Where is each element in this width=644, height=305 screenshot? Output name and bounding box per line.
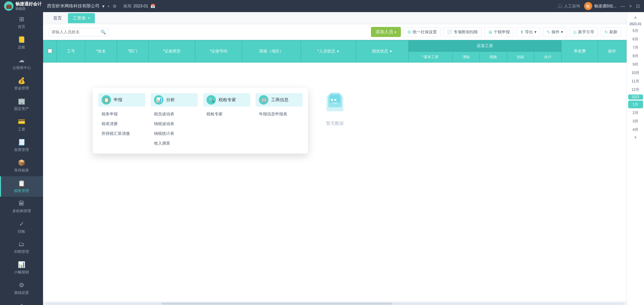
scroll-thumb[interactable]	[161, 303, 393, 305]
dropdown-item-tax-stats[interactable]: 纳税统计表	[151, 129, 198, 139]
sidebar-item-multi[interactable]: 🏛 多机构管理	[0, 197, 43, 217]
search-input[interactable]	[51, 30, 99, 34]
sidebar-item-inventory[interactable]: 📦 库存核算	[0, 156, 43, 176]
cal-nav-down[interactable]: ▼	[627, 134, 644, 141]
support-label: 人工咨询	[564, 3, 580, 9]
sidebar-item-guide[interactable]: ✦ 新手引导	[0, 299, 43, 305]
toolbar: 🔍 添加人员 ▾ ⚙ 统一社保设置 📄 专项附加扣除 🖥 个税申报 ⬆ 导出	[43, 24, 627, 40]
tab-salary-label: 工资表	[73, 15, 86, 21]
settings-icon[interactable]: ⚙	[113, 4, 117, 9]
cal-month-7[interactable]: 7月	[628, 44, 643, 51]
report-filter-icon[interactable]: ▼	[389, 49, 392, 53]
dropdown-section-biz: 🏢 工商信息 年报信息申报表	[256, 93, 303, 148]
cal-month-11[interactable]: 11月	[628, 77, 643, 85]
col-id-number: *证据号码	[195, 40, 242, 63]
analysis-section-icon: 📊	[154, 95, 163, 105]
horizontal-scrollbar[interactable]	[43, 302, 627, 305]
sidebar-item-report[interactable]: 📊 小畅报销	[0, 258, 43, 278]
window-close-icon[interactable]: ×	[629, 3, 632, 9]
biz-section-title: 工商信息	[271, 97, 289, 103]
period-value: 2023-01	[134, 4, 148, 8]
window-maximize-icon[interactable]: ⊡	[636, 3, 640, 9]
multi-icon: 🏛	[18, 200, 25, 207]
refresh-icon: ↻	[604, 30, 608, 35]
refresh-btn[interactable]: ↻ 刷新	[601, 27, 621, 37]
sidebar-item-ledger[interactable]: 📒 总账	[0, 33, 43, 53]
guide-icon: ✦	[19, 302, 24, 305]
sidebar-item-assets[interactable]: 🏢 固定资产	[0, 94, 43, 115]
sidebar-label-home: 首页	[18, 24, 25, 29]
search-box[interactable]: 🔍	[48, 28, 109, 36]
col-status: *人员状态 ▼	[301, 40, 356, 63]
dropdown-item-income-calc[interactable]: 收入测算	[151, 139, 198, 148]
dropdown-item-expert[interactable]: 税检专家	[203, 109, 250, 119]
tab-close-icon[interactable]: ×	[88, 16, 90, 21]
col-deduction: 扣款	[507, 52, 534, 63]
sidebar-item-funds[interactable]: 💰 资金管理	[0, 74, 43, 94]
cal-month-3[interactable]: 3月	[628, 117, 643, 125]
dropdown-item-tax-payment[interactable]: 纳税波动表	[151, 119, 198, 129]
status-filter-icon[interactable]: ▼	[336, 49, 340, 53]
cal-month-6[interactable]: 6月	[628, 35, 643, 43]
assets-icon: 🏢	[18, 98, 25, 105]
sidebar-item-home[interactable]: ⊞ 首页	[0, 12, 43, 33]
salary-icon: 💳	[18, 118, 25, 125]
cal-month-12[interactable]: 12月	[628, 86, 643, 93]
select-all-checkbox[interactable]	[48, 49, 52, 53]
sidebar-item-settings[interactable]: ⚙ 基础设置	[0, 278, 43, 299]
cal-month-4[interactable]: 4月	[628, 126, 643, 134]
table-container: 工号 *姓名 *部门 *证据类型 *证据号码 国籍（地区） *人员状态 ▼ 报送…	[43, 40, 627, 302]
cal-month-1[interactable]: 1月	[628, 101, 643, 108]
logo-sub: 旗舰版	[15, 7, 42, 11]
dropdown-arrow-icon: ▾	[394, 30, 396, 34]
window-minimize[interactable]: —	[620, 3, 625, 9]
sidebar-item-archive[interactable]: 🗂 归档管理	[0, 237, 43, 258]
special-deduct-btn[interactable]: 📄 专项附加扣除	[443, 27, 482, 37]
export-btn[interactable]: ⬆ 导出 ▾	[516, 27, 540, 37]
scroll-track[interactable]	[46, 303, 624, 305]
social-security-btn[interactable]: ⚙ 统一社保设置	[404, 27, 441, 37]
tax-declare-btn[interactable]: 🖥 个税申报	[484, 27, 514, 37]
social-security-icon: ⚙	[407, 30, 411, 35]
company-selector[interactable]: 西安虾米网络科技有限公司 ▾	[47, 3, 105, 9]
calendar-icon[interactable]: 📅	[150, 4, 155, 8]
dropdown-item-annual-report[interactable]: 年报信息申报表	[256, 109, 303, 119]
operation-label: 操作	[552, 29, 560, 35]
col-pension: 养老费	[562, 40, 598, 63]
sidebar-item-tax[interactable]: 📋 税务管理	[0, 176, 43, 197]
home-icon: ⊞	[19, 15, 24, 23]
sidebar-item-salary[interactable]: 💳 工资	[0, 115, 43, 135]
cal-month-5[interactable]: 5月	[628, 27, 643, 35]
cal-month-10[interactable]: 10月	[628, 69, 643, 77]
cal-month-2[interactable]: 2月	[628, 109, 643, 117]
tab-home[interactable]: 首页	[48, 13, 67, 23]
dropdown-item-tax-burden[interactable]: 税负波动表	[151, 109, 198, 119]
user-area[interactable]: 畅 畅捷通B组...	[584, 2, 616, 10]
col-base-salary: *基本工资	[408, 52, 452, 63]
tab-salary[interactable]: 工资表 ×	[68, 13, 95, 23]
sidebar-item-invoice[interactable]: 🧾 发票管理	[0, 135, 43, 156]
cal-month-9[interactable]: 9月	[628, 61, 643, 68]
top-header: 💼 畅捷通好会计 旗舰版 西安虾米网络科技有限公司 ▾ + ⚙ 账期 2023-…	[0, 0, 644, 12]
sidebar-item-cloud[interactable]: ☁ 云报表中心	[0, 53, 43, 74]
right-calendar-panel: ▲ 2023.01 5月 6月 7月 8月 9月 10月 11月 12月 202…	[627, 12, 644, 305]
dropdown-item-income-tax-calc[interactable]: 所得税汇算清缴	[98, 129, 145, 139]
col-checkbox[interactable]	[43, 40, 57, 63]
dropdown-item-tax-declare[interactable]: 税务申报	[98, 109, 145, 119]
cal-nav-up[interactable]: ▲	[627, 13, 644, 21]
operation-icon: ✎	[546, 30, 550, 35]
add-company-btn[interactable]: +	[107, 4, 110, 9]
cal-month-8[interactable]: 8月	[628, 52, 643, 60]
support-link[interactable]: 🎧 人工咨询	[558, 3, 580, 9]
add-person-button[interactable]: 添加人员 ▾	[371, 27, 401, 37]
dropdown-section-header-biz: 🏢 工商信息	[256, 93, 303, 107]
col-id-type: *证据类型	[148, 40, 195, 63]
export-icon: ⬆	[520, 30, 524, 35]
dropdown-item-tax-form[interactable]: 税表清册	[98, 119, 145, 129]
guide-btn[interactable]: ◎ 新手引导	[569, 27, 598, 37]
tax-icon: 📋	[18, 180, 25, 187]
operation-btn[interactable]: ✎ 操作 ▾	[543, 27, 567, 37]
guide-toolbar-icon: ◎	[573, 30, 577, 35]
sidebar-item-close[interactable]: ✓ 结账	[0, 217, 43, 237]
close-period-icon: ✓	[19, 220, 24, 228]
